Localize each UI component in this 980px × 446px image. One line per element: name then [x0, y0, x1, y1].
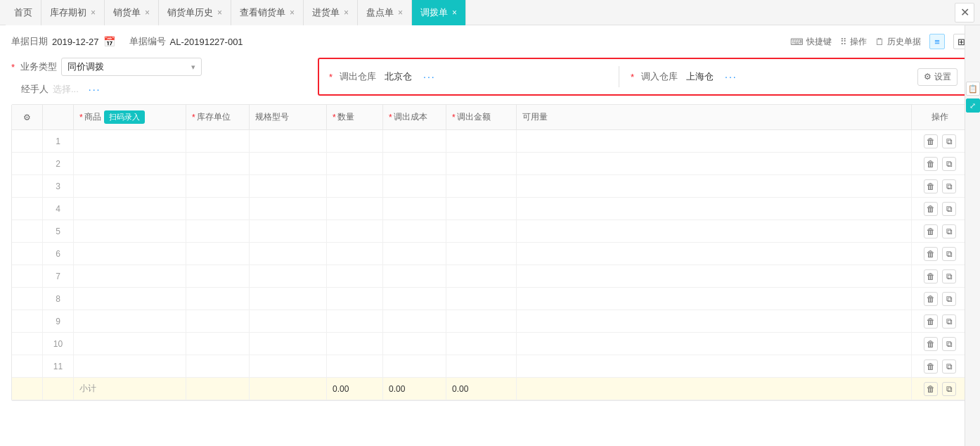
table-row[interactable]: 11 🗑 ⧉	[12, 355, 968, 378]
td-product-5[interactable]	[74, 243, 186, 265]
tab-purchase-order-close[interactable]: ×	[344, 8, 349, 18]
tab-view-sales[interactable]: 查看销货单 ×	[231, 0, 304, 25]
copy-icon-9[interactable]: ⧉	[942, 337, 956, 351]
tab-inventory-init-close[interactable]: ×	[91, 8, 96, 18]
list-view-button[interactable]: ≡	[929, 34, 945, 49]
th-cost-required: *	[389, 113, 392, 122]
scan-button[interactable]: 扫码录入	[104, 110, 145, 124]
td-product-2[interactable]	[74, 175, 186, 197]
copy-icon-0[interactable]: ⧉	[942, 134, 956, 148]
td-product-10[interactable]	[74, 355, 186, 377]
delete-icon-9[interactable]: 🗑	[924, 337, 938, 351]
warehouse-out-label: 调出仓库	[340, 70, 376, 83]
copy-icon-4[interactable]: ⧉	[942, 224, 956, 238]
tab-view-sales-close[interactable]: ×	[290, 8, 295, 18]
copy-icon-2[interactable]: ⧉	[942, 179, 956, 193]
th-unit-required: *	[192, 113, 195, 122]
td-product-4[interactable]	[74, 220, 186, 242]
td-product-6[interactable]	[74, 265, 186, 287]
th-product-required: *	[79, 113, 83, 122]
handler-input[interactable]: 选择...	[53, 83, 79, 96]
settings-button[interactable]: ⚙ 设置	[917, 68, 958, 86]
warehouse-in-more-button[interactable]: ···	[725, 71, 737, 82]
tab-transfer-order-close[interactable]: ×	[452, 8, 457, 18]
table-row[interactable]: 6 🗑 ⧉	[12, 243, 968, 265]
tab-inventory-check[interactable]: 盘点单 ×	[358, 0, 412, 25]
warehouse-in-label: 调入仓库	[641, 70, 678, 83]
copy-icon-6[interactable]: ⧉	[942, 269, 956, 283]
sidebar-expand-button[interactable]: ⤢	[966, 98, 980, 113]
delete-icon-3[interactable]: 🗑	[924, 202, 938, 216]
form-section: * 业务类型 同价调拨 ▾ 经手人 选择... ··· * 调出仓库 北京仓 ·…	[11, 58, 969, 96]
td-product-7[interactable]	[74, 288, 186, 310]
table-row[interactable]: 3 🗑 ⧉	[12, 175, 968, 198]
td-num-0: 1	[43, 130, 74, 152]
tab-transfer-order[interactable]: 调拨单 ×	[412, 0, 466, 25]
subtotal-delete-icon[interactable]: 🗑	[924, 382, 938, 396]
data-table: ⚙ * 商品 扫码录入 * 库存单位 规格型号 * 数量 * 调出成本	[11, 104, 969, 401]
td-ops-3: 🗑 ⧉	[912, 198, 968, 219]
td-num-2: 3	[43, 175, 74, 197]
calendar-icon[interactable]: 📅	[103, 36, 115, 47]
history-button[interactable]: 🗒 历史单据	[875, 36, 921, 48]
subtotal-settings	[12, 378, 43, 400]
table-row[interactable]: 2 🗑 ⧉	[12, 153, 968, 175]
tab-sales-history-close[interactable]: ×	[217, 8, 222, 18]
td-product-1[interactable]	[74, 153, 186, 174]
delete-icon-6[interactable]: 🗑	[924, 269, 938, 283]
td-cost-8	[383, 310, 446, 332]
td-product-8[interactable]	[74, 310, 186, 332]
td-ops-6: 🗑 ⧉	[912, 265, 968, 287]
delete-icon-10[interactable]: 🗑	[924, 359, 938, 374]
table-row[interactable]: 5 🗑 ⧉	[12, 220, 968, 243]
form-left: * 业务类型 同价调拨 ▾ 经手人 选择... ···	[11, 58, 307, 96]
delete-icon-4[interactable]: 🗑	[924, 224, 938, 238]
shortcuts-button[interactable]: ⌨ 快捷键	[790, 36, 832, 48]
tab-sales-order-close[interactable]: ×	[145, 8, 150, 18]
copy-icon-10[interactable]: ⧉	[942, 359, 956, 374]
warehouse-out-more-button[interactable]: ···	[423, 71, 436, 82]
table-row[interactable]: 8 🗑 ⧉	[12, 288, 968, 310]
delete-icon-1[interactable]: 🗑	[924, 157, 938, 171]
copy-icon-7[interactable]: ⧉	[942, 292, 956, 306]
td-amount-7	[446, 288, 517, 310]
td-amount-0	[446, 130, 517, 152]
delete-icon-2[interactable]: 🗑	[924, 179, 938, 193]
tab-sales-order[interactable]: 销货单 ×	[105, 0, 159, 25]
tab-bar-close-button[interactable]: ✕	[955, 3, 974, 23]
table-row[interactable]: 1 🗑 ⧉	[12, 130, 968, 153]
td-settings-10	[12, 355, 43, 377]
copy-icon-8[interactable]: ⧉	[942, 314, 956, 329]
sidebar-doc-button[interactable]: 📋	[966, 82, 980, 96]
td-settings-3	[12, 198, 43, 219]
table-row[interactable]: 10 🗑 ⧉	[12, 333, 968, 355]
warehouse-out-required: *	[329, 72, 333, 82]
tab-inventory-init[interactable]: 库存期初 ×	[41, 0, 105, 25]
business-type-select[interactable]: 同价调拨 ▾	[61, 58, 202, 76]
operations-button[interactable]: ⠿ 操作	[840, 36, 867, 48]
td-avail-10	[517, 355, 912, 377]
delete-icon-7[interactable]: 🗑	[924, 292, 938, 306]
table-row[interactable]: 4 🗑 ⧉	[12, 198, 968, 220]
copy-icon-5[interactable]: ⧉	[942, 247, 956, 261]
delete-icon-8[interactable]: 🗑	[924, 314, 938, 329]
td-product-0[interactable]	[74, 130, 186, 152]
th-settings[interactable]: ⚙	[12, 105, 43, 129]
tab-home[interactable]: 首页	[6, 0, 41, 25]
td-product-9[interactable]	[74, 333, 186, 355]
td-unit-0	[186, 130, 250, 152]
td-amount-8	[446, 310, 517, 332]
td-qty-2	[327, 175, 383, 197]
tab-sales-history[interactable]: 销货单历史 ×	[159, 0, 231, 25]
copy-icon-3[interactable]: ⧉	[942, 202, 956, 216]
td-product-3[interactable]	[74, 198, 186, 219]
table-row[interactable]: 7 🗑 ⧉	[12, 265, 968, 288]
handler-more-button[interactable]: ···	[89, 84, 101, 95]
tab-inventory-check-close[interactable]: ×	[398, 8, 403, 18]
copy-icon-1[interactable]: ⧉	[942, 157, 956, 171]
delete-icon-5[interactable]: 🗑	[924, 247, 938, 261]
table-row[interactable]: 9 🗑 ⧉	[12, 310, 968, 333]
subtotal-copy-icon[interactable]: ⧉	[942, 382, 956, 396]
tab-purchase-order[interactable]: 进货单 ×	[304, 0, 358, 25]
delete-icon-0[interactable]: 🗑	[924, 134, 938, 148]
